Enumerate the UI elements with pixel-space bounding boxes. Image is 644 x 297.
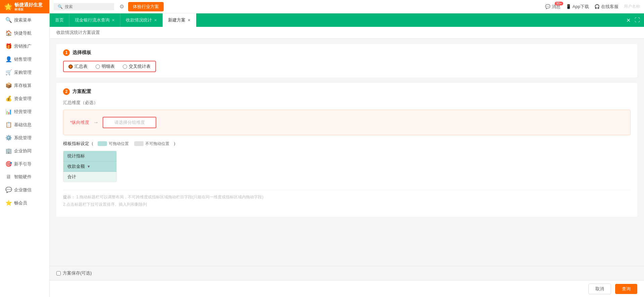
indicator-legend: 可拖动位置 不可拖动位置 [98, 141, 169, 147]
content-area: 收款情况统计方案设置 1 选择模板 汇总表 明细表 [50, 27, 644, 297]
step2-title: 方案配置 [72, 89, 91, 95]
step1-number: 1 [63, 49, 70, 56]
stat-row-label: 合计 [67, 174, 76, 179]
stat-label: 统计指标 [67, 153, 85, 159]
target-icon: 🎯 [5, 161, 11, 167]
stat-column-header[interactable]: 收款金额 ▼ [63, 161, 116, 172]
tip-prefix-label: 提示： [63, 195, 75, 199]
sidebar-item-label: 新手引导 [14, 161, 32, 167]
radio-crosstab[interactable]: 交叉统计表 [123, 63, 151, 69]
footer-section: 方案保存(可选) [50, 266, 644, 280]
legend-draggable-box [98, 141, 107, 146]
tip2-line: 2.点击标题栏下拉可设置排序、插入列和删除列 [63, 201, 631, 208]
industry-btn[interactable]: 体验行业方案 [128, 2, 164, 11]
topbar: 🔍 ⚙ 体验行业方案 💬 99+ 消息 📱 App下载 🎧 在线客服 用户名称 [50, 0, 644, 13]
sidebar-item-label: 企业微信 [14, 187, 32, 193]
chart-icon: 📊 [5, 108, 11, 115]
radio-summary-input[interactable] [68, 64, 73, 69]
save-checkbox[interactable] [56, 271, 61, 276]
tab-home-label: 首页 [55, 17, 64, 23]
cancel-button[interactable]: 取消 [588, 284, 611, 294]
radio-detail[interactable]: 明细表 [96, 63, 115, 69]
logo-icon: 🌟 [4, 3, 12, 11]
tab-bank-flow-close[interactable]: ✕ [112, 18, 115, 22]
maximize-icon[interactable]: ⛶ [635, 17, 640, 23]
sidebar-item-sales[interactable]: 👤 销售管理 [0, 53, 49, 66]
sidebar-item-system[interactable]: ⚙️ 系统管理 [0, 131, 49, 144]
save-label: 方案保存(可选) [63, 270, 92, 276]
sidebar-item-hardware[interactable]: 🖥 智能硬件 [0, 170, 49, 183]
tab-collection-stats[interactable]: 收款情况统计 ✕ [120, 13, 163, 27]
step1-title: 选择模板 [72, 50, 91, 56]
sidebar-item-operation[interactable]: 📊 经营管理 [0, 105, 49, 118]
tabbar: 首页 现金银行流水查询 ✕ 收款情况统计 ✕ 新建方案 ✕ ✕ ⛶ [50, 13, 644, 27]
sidebar-item-purchase[interactable]: 🛒 采购管理 [0, 66, 49, 79]
sidebar-item-marketing[interactable]: 🎁 营销推广 [0, 40, 49, 53]
tip-prefix: 提示： 1.拖动标题栏可以调整布局，不可跨维度或指标区域拖动栏目字段(只能在同一… [63, 194, 631, 201]
radio-detail-input[interactable] [96, 64, 100, 69]
tab-bank-flow[interactable]: 现金银行流水查询 ✕ [69, 13, 120, 27]
search-box[interactable]: 🔍 [54, 3, 114, 10]
indicator-grid: 统计指标 收款金额 ▼ 合计 [63, 151, 117, 182]
sidebar-item-label: 搜索菜单 [14, 17, 32, 23]
query-button[interactable]: 查询 [615, 284, 637, 294]
radio-summary[interactable]: 汇总表 [68, 63, 88, 69]
step2-section: 2 方案配置 汇总维度（必选） *纵向维度 → 请选择分组维度 [56, 83, 637, 217]
sidebar-item-label: 智能硬件 [14, 174, 32, 180]
sidebar-item-guide[interactable]: 🎯 新手引导 [0, 157, 49, 170]
radio-crosstab-input[interactable] [123, 64, 127, 69]
action-bar: 取消 查询 [50, 280, 644, 297]
indicator-title: 模板指标设定（ [63, 141, 94, 147]
money-icon: 💰 [5, 95, 11, 102]
tab-collection-close[interactable]: ✕ [154, 18, 157, 22]
tip2-text: 2.点击标题栏下拉可设置排序、插入列和删除列 [63, 202, 147, 207]
step1-section: 1 选择模板 汇总表 明细表 交叉统计表 [56, 44, 637, 78]
app-label: App下载 [573, 4, 589, 10]
user-name: 用户名称 [624, 4, 640, 9]
sidebar-item-quick-nav[interactable]: 🏠 快捷导航 [0, 27, 49, 40]
tab-home[interactable]: 首页 [50, 13, 69, 27]
tab-collection-label: 收款情况统计 [126, 17, 152, 23]
sidebar-item-inventory[interactable]: 📦 库存核算 [0, 79, 49, 92]
sidebar-item-enterprise[interactable]: 🏢 企业协同 [0, 144, 49, 157]
message-badge[interactable]: 💬 99+ 消息 [545, 4, 560, 10]
logo-main: 畅捷通好生意 [14, 2, 43, 8]
sidebar-item-label: 库存核算 [14, 83, 32, 89]
radio-summary-label: 汇总表 [74, 63, 88, 69]
sidebar: 🌟 畅捷通好生意 标准版 🔍 搜索菜单 🏠 快捷导航 🎁 营销推广 👤 销售管理… [0, 0, 50, 297]
save-checkbox-row: 方案保存(可选) [56, 270, 637, 276]
sidebar-item-label: 营销推广 [14, 43, 32, 49]
tab-new-plan-close[interactable]: ✕ [187, 18, 191, 22]
search-input[interactable] [65, 4, 105, 9]
step2-header: 2 方案配置 [63, 88, 631, 95]
sidebar-item-basic-info[interactable]: 📋 基础信息 [0, 118, 49, 131]
online-service[interactable]: 🎧 在线客服 [594, 4, 619, 10]
star-icon: ⭐ [5, 200, 11, 206]
settings-icon[interactable]: ⚙ [119, 3, 124, 10]
sidebar-item-capital[interactable]: 💰 资金管理 [0, 92, 49, 105]
dimension-select[interactable]: 请选择分组维度 [103, 117, 156, 128]
sidebar-item-label: 采购管理 [14, 69, 32, 76]
cart-icon: 🛒 [5, 69, 11, 76]
stat-header[interactable]: 统计指标 [63, 151, 116, 161]
dimension-row: *纵向维度 → 请选择分组维度 [70, 117, 624, 128]
home-icon: 🏠 [5, 30, 11, 36]
search-icon: 🔍 [58, 4, 63, 9]
sidebar-item-label: 经营管理 [14, 109, 32, 115]
sidebar-item-wechat[interactable]: 💬 企业微信 [0, 183, 49, 196]
sidebar-logo: 🌟 畅捷通好生意 标准版 [0, 0, 49, 13]
app-download[interactable]: 📱 App下载 [566, 4, 589, 10]
sidebar-item-label: 资金管理 [14, 96, 32, 102]
close-window-icon[interactable]: ✕ [626, 17, 631, 23]
gear-icon: ⚙️ [5, 135, 11, 141]
tab-new-plan[interactable]: 新建方案 ✕ [163, 13, 196, 27]
box-icon: 📦 [5, 82, 11, 89]
page-body: 1 选择模板 汇总表 明细表 交叉统计表 [50, 39, 644, 266]
indicator-settings: 模板指标设定（ 可拖动位置 不可拖动位置 ） [63, 141, 631, 183]
sidebar-item-search-menu[interactable]: 🔍 搜索菜单 [0, 13, 49, 27]
legend-fixed: 不可拖动位置 [134, 141, 169, 147]
stat-column-label: 收款金额 [67, 163, 85, 169]
dimension-placeholder: 请选择分组维度 [114, 120, 145, 125]
sidebar-item-member[interactable]: ⭐ 畅会员 [0, 196, 49, 209]
stat-data-row: 合计 [63, 172, 116, 182]
